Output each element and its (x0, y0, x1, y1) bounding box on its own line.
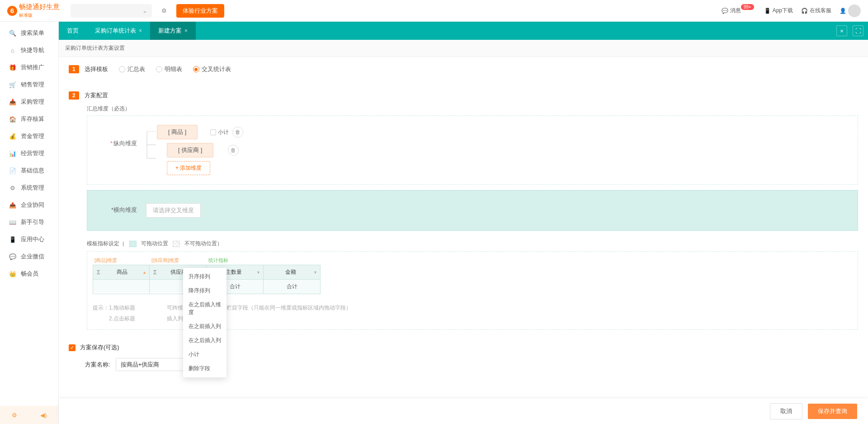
context-menu-item[interactable]: 在之后插入维度 (183, 298, 226, 319)
sidebar-icon: 🏠 (9, 115, 16, 123)
sidebar-item[interactable]: 🏠库存核算 (0, 110, 58, 128)
step2-title: 方案配置 (85, 91, 108, 100)
sidebar-item[interactable]: 🎁营销推广 (0, 59, 58, 76)
settings-collapse-icon[interactable]: ⚙ (12, 412, 17, 419)
sidebar-item[interactable]: 📊经营管理 (0, 145, 58, 162)
sidebar-item[interactable]: 📥采购管理 (0, 93, 58, 110)
name-label: 方案名称: (85, 361, 110, 369)
context-menu-item[interactable]: 删除字段 (183, 362, 226, 376)
tab-home-label: 首页 (67, 27, 79, 35)
radio-summary[interactable]: 汇总表 (119, 65, 145, 73)
sidebar-item[interactable]: 🛒销售管理 (0, 76, 58, 93)
sidebar-item-label: 经营管理 (21, 149, 44, 157)
sidebar-item-label: 企业微信 (21, 252, 44, 261)
sidebar-icon: 📄 (9, 167, 16, 174)
tab-close-all-icon[interactable]: × (836, 25, 847, 36)
sidebar-icon: 📥 (9, 98, 16, 105)
context-menu-item[interactable]: 在之后插入列 (183, 333, 226, 348)
sidebar-icon: 🔍 (9, 29, 16, 37)
save-label: 方案保存(可选) (80, 343, 119, 352)
sidebar-item-label: 畅会员 (21, 270, 38, 278)
phone-icon: 📱 (764, 8, 771, 14)
add-dimension-button[interactable]: + 添加维度 (167, 161, 210, 175)
sidebar-item[interactable]: 💬企业微信 (0, 248, 58, 265)
user-menu[interactable]: 👤 (840, 5, 861, 17)
horizontal-select[interactable]: 请选择交叉维度 (146, 203, 201, 218)
tab-home[interactable]: 首页 (59, 22, 87, 40)
sidebar-item[interactable]: 👑畅会员 (0, 265, 58, 282)
sidebar-item-label: 快捷导航 (21, 46, 44, 54)
settings-icon[interactable]: ⚙ (157, 4, 171, 18)
sidebar-item[interactable]: ⌂快捷导航 (0, 42, 58, 59)
sidebar-icon: 🛒 (9, 81, 16, 88)
step2-row: 2 方案配置 (69, 91, 858, 100)
messages-label: 消息 (730, 7, 741, 14)
subtotal-checkbox[interactable]: 小计 (210, 129, 229, 136)
cancel-button[interactable]: 取消 (770, 403, 802, 419)
tab-stats[interactable]: 采购订单统计表 × (87, 22, 150, 40)
close-icon[interactable]: × (184, 28, 188, 34)
sidebar-icon: 💬 (9, 253, 16, 260)
collapse-icon[interactable]: ◀) (40, 412, 47, 419)
tabs-bar: 首页 采购订单统计表 × 新建方案 × × ⛶ (59, 22, 868, 40)
message-icon: 💬 (722, 8, 728, 14)
step2-badge: 2 (69, 91, 79, 100)
sidebar-footer: ⚙ ◀) (0, 406, 58, 424)
trial-button[interactable]: 体验行业方案 (176, 4, 224, 18)
chevron-down-icon: ⌄ (142, 7, 147, 14)
sigma-icon: Σ (97, 269, 100, 276)
sidebar-item-label: 库存核算 (21, 115, 44, 123)
grid-labels: [商品]维度 [供应商]维度 统计指标 (93, 257, 852, 264)
dim-tag-supplier[interactable]: [ 供应商 ] (167, 143, 213, 157)
grid-head-product[interactable]: Σ 商品 ▴ (93, 265, 149, 280)
sidebar-item-label: 营销推广 (21, 63, 44, 71)
messages-badge: 99+ (741, 4, 754, 10)
radio-cross[interactable]: 交叉统计表 (193, 65, 231, 73)
app-header: 6 畅捷通好生意 标准版 ⌄ ⚙ 体验行业方案 💬 消息 99+ 📱 App下载… (0, 0, 868, 22)
online-service-link[interactable]: 🎧 在线客服 (801, 7, 831, 14)
sidebar-item[interactable]: 📤企业协同 (0, 196, 58, 214)
add-dim-row: + 添加维度 (167, 161, 243, 175)
context-menu-item[interactable]: 升序排列 (183, 270, 226, 284)
delete-dim-button[interactable]: 🗑 (228, 145, 239, 156)
dim-tag-product[interactable]: [ 商品 ] (157, 125, 198, 139)
delete-dim-button[interactable]: 🗑 (232, 127, 243, 138)
sidebar-item-label: 企业协同 (21, 201, 44, 209)
save-query-button[interactable]: 保存并查询 (808, 404, 857, 419)
sidebar-item[interactable]: 🔍搜索菜单 (0, 24, 58, 42)
grid-head-amount[interactable]: 金额 ▾ (264, 265, 320, 280)
grid-col-product: Σ 商品 ▴ (93, 265, 150, 294)
sidebar-icon: ⌂ (9, 47, 16, 54)
sidebar-item-label: 系统管理 (21, 184, 44, 192)
context-menu-item[interactable]: 小计 (183, 348, 226, 362)
sidebar-item[interactable]: 💰资金管理 (0, 128, 58, 145)
user-icon: 👤 (840, 8, 846, 14)
online-service-label: 在线客服 (810, 7, 831, 14)
context-menu-item[interactable]: 在之前插入列 (183, 319, 226, 333)
sidebar-item[interactable]: ⚙系统管理 (0, 179, 58, 196)
tab-new-plan-label: 新建方案 (158, 27, 182, 35)
chevron-up-icon: ▴ (143, 270, 146, 275)
headset-icon: 🎧 (801, 8, 808, 14)
sidebar-item-label: 搜索菜单 (21, 29, 44, 37)
tab-new-plan[interactable]: 新建方案 × (150, 22, 196, 40)
context-menu-item[interactable]: 降序排列 (183, 284, 226, 298)
sidebar-item[interactable]: 📖新手引导 (0, 214, 58, 231)
sidebar-item[interactable]: 📄基础信息 (0, 162, 58, 179)
radio-detail[interactable]: 明细表 (156, 65, 182, 73)
chevron-down-icon: ▾ (257, 270, 259, 275)
sidebar-item[interactable]: 📱应用中心 (0, 231, 58, 248)
dim-section-title: 汇总维度（必选） (87, 105, 858, 113)
close-icon[interactable]: × (139, 28, 142, 34)
app-download-link[interactable]: 📱 App下载 (764, 7, 793, 14)
avatar (848, 5, 861, 17)
sidebar-icon: 🎁 (9, 64, 16, 71)
fullscreen-icon[interactable]: ⛶ (853, 25, 863, 36)
save-checkbox[interactable]: ✓ (69, 344, 75, 351)
footer-bar: 取消 保存并查询 (59, 399, 868, 424)
org-dropdown[interactable]: ⌄ (71, 4, 152, 18)
tab-stats-label: 采购订单统计表 (95, 27, 136, 35)
save-row: ✓ 方案保存(可选) (59, 339, 868, 356)
header-center: ⌄ ⚙ 体验行业方案 (71, 4, 722, 18)
messages-link[interactable]: 💬 消息 99+ (722, 7, 756, 14)
